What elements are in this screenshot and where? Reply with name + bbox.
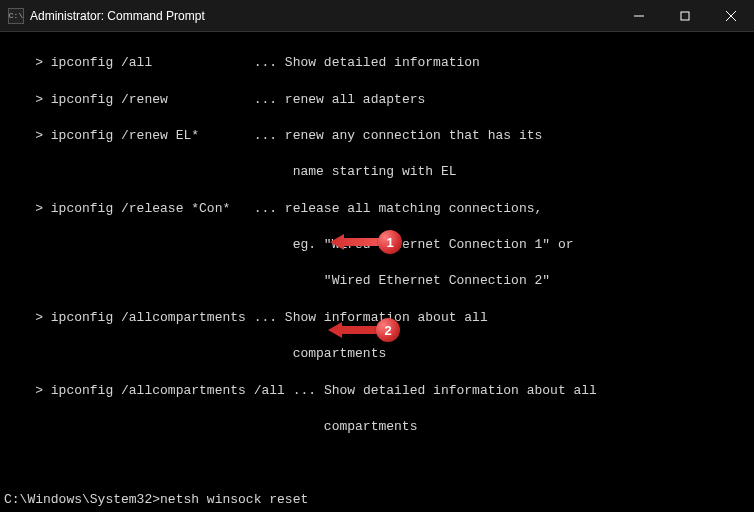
callout-bubble-2: 2 <box>376 318 400 342</box>
help-line: name starting with EL <box>4 163 750 181</box>
command-1: netsh winsock reset <box>160 492 308 507</box>
help-line: > ipconfig /renew ... renew all adapters <box>4 91 750 109</box>
arrow-icon <box>330 233 380 251</box>
annotation-1: 1 <box>330 230 402 254</box>
close-button[interactable] <box>708 0 754 31</box>
svg-rect-1 <box>681 12 689 20</box>
maximize-button[interactable] <box>662 0 708 31</box>
callout-bubble-1: 1 <box>378 230 402 254</box>
help-line: compartments <box>4 345 750 363</box>
arrow-icon <box>328 321 378 339</box>
titlebar: C:\ Administrator: Command Prompt <box>0 0 754 32</box>
help-line: > ipconfig /allcompartments /all ... Sho… <box>4 382 750 400</box>
terminal-output[interactable]: > ipconfig /all ... Show detailed inform… <box>0 32 754 512</box>
cmd-icon: C:\ <box>8 8 24 24</box>
help-line: "Wired Ethernet Connection 2" <box>4 272 750 290</box>
svg-marker-4 <box>330 234 380 250</box>
annotation-2: 2 <box>328 318 400 342</box>
minimize-button[interactable] <box>616 0 662 31</box>
svg-marker-5 <box>328 322 378 338</box>
prompt-path: C:\Windows\System32> <box>4 492 160 507</box>
help-line: > ipconfig /all ... Show detailed inform… <box>4 54 750 72</box>
window-controls <box>616 0 754 31</box>
help-line: > ipconfig /renew EL* ... renew any conn… <box>4 127 750 145</box>
window-title: Administrator: Command Prompt <box>30 9 616 23</box>
help-line: > ipconfig /release *Con* ... release al… <box>4 200 750 218</box>
help-line: compartments <box>4 418 750 436</box>
prompt-line-1: C:\Windows\System32>netsh winsock reset <box>4 491 750 509</box>
